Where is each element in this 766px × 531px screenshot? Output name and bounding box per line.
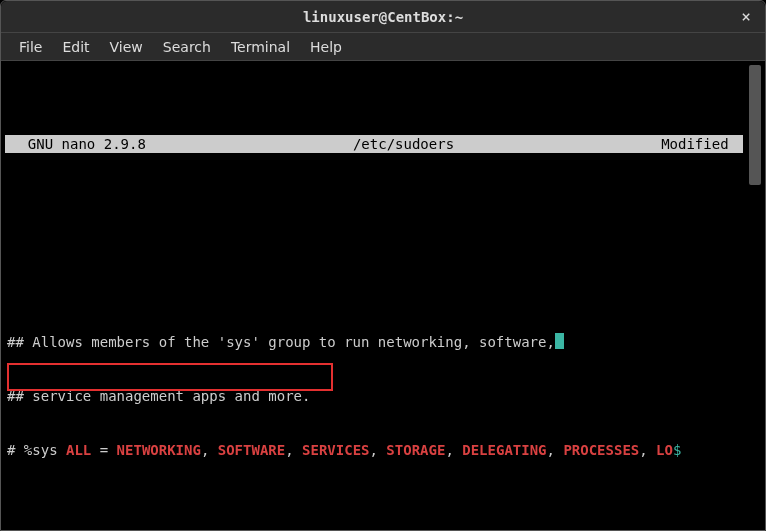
menu-edit[interactable]: Edit <box>52 35 99 59</box>
blank-line <box>5 261 761 279</box>
nano-status: Modified <box>661 135 737 153</box>
menubar: File Edit View Search Terminal Help <box>1 33 765 61</box>
terminal-window: linuxuser@CentBox:~ × File Edit View Sea… <box>0 0 766 531</box>
menu-terminal[interactable]: Terminal <box>221 35 300 59</box>
code-line: # %sys ALL = NETWORKING, SOFTWARE, SERVI… <box>5 441 761 459</box>
titlebar: linuxuser@CentBox:~ × <box>1 1 765 33</box>
menu-view[interactable]: View <box>100 35 153 59</box>
cursor <box>555 333 564 349</box>
terminal-body[interactable]: GNU nano 2.9.8 /etc/sudoers Modified ## … <box>1 61 765 530</box>
window-title: linuxuser@CentBox:~ <box>303 9 463 25</box>
close-icon[interactable]: × <box>735 7 757 26</box>
code-line: ## Allows members of the 'sys' group to … <box>5 333 761 351</box>
menu-search[interactable]: Search <box>153 35 221 59</box>
blank-line <box>5 207 761 225</box>
nano-app: GNU nano 2.9.8 <box>11 135 146 153</box>
blank-line <box>5 513 761 530</box>
nano-header: GNU nano 2.9.8 /etc/sudoers Modified <box>5 135 743 153</box>
nano-file: /etc/sudoers <box>353 135 454 153</box>
menu-file[interactable]: File <box>9 35 52 59</box>
code-line: ## service management apps and more. <box>5 387 761 405</box>
menu-help[interactable]: Help <box>300 35 352 59</box>
scrollbar[interactable] <box>749 65 761 185</box>
